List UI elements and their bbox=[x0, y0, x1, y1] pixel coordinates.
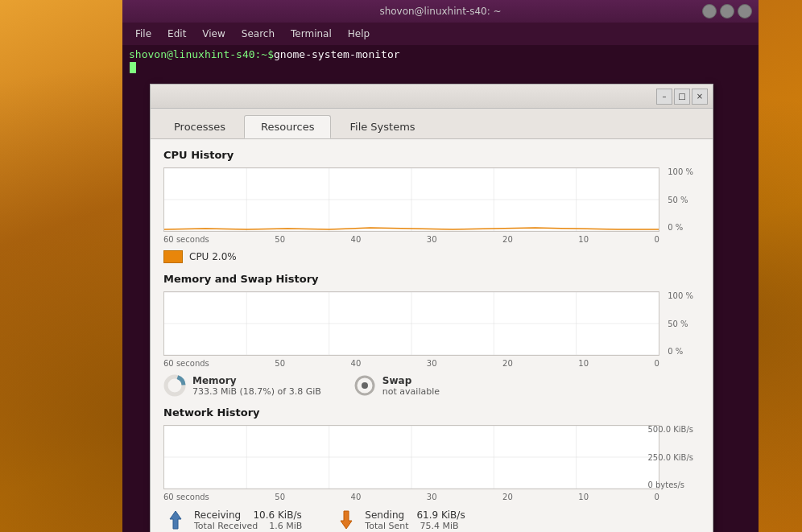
network-y-label-500: 500.0 KiB/s bbox=[647, 425, 693, 434]
svg-marker-29 bbox=[341, 511, 352, 529]
sysmon-minimize-btn[interactable]: – bbox=[656, 89, 672, 105]
terminal-title: shovon@linuxhint-s40: ~ bbox=[379, 6, 501, 17]
sysmon-window: – □ × Processes Resources File Systems C… bbox=[150, 84, 713, 532]
menu-search[interactable]: Search bbox=[235, 27, 281, 41]
network-chart-svg bbox=[164, 426, 659, 489]
memory-x-label-5: 10 bbox=[578, 359, 589, 368]
network-section: Network History 500.0 KiB/s bbox=[163, 406, 700, 532]
swap-legend-item: Swap not available bbox=[353, 374, 440, 397]
terminal-cursor-line bbox=[129, 60, 752, 73]
memory-chart-wrapper: 100 % 50 % 0 % bbox=[163, 291, 659, 356]
cpu-chart-wrapper: 100 % 50 % 0 % bbox=[163, 167, 659, 232]
network-section-title: Network History bbox=[163, 406, 700, 419]
memory-legend-icon bbox=[163, 374, 186, 397]
cpu-chart-svg bbox=[164, 168, 659, 231]
memory-legend-item: Memory 733.3 MiB (18.7%) of 3.8 GiB bbox=[163, 374, 321, 397]
cpu-x-labels: 60 seconds 50 40 30 20 10 0 bbox=[163, 235, 659, 244]
cpu-x-label-3: 30 bbox=[427, 235, 437, 244]
network-x-label-5: 10 bbox=[578, 493, 589, 501]
total-received-label: Total Received bbox=[194, 521, 258, 531]
memory-text-block: Memory 733.3 MiB (18.7%) of 3.8 GiB bbox=[192, 375, 321, 397]
memory-x-label-0: 60 seconds bbox=[163, 359, 209, 368]
menu-help[interactable]: Help bbox=[341, 27, 376, 41]
memory-legend: Memory 733.3 MiB (18.7%) of 3.8 GiB Swap… bbox=[163, 374, 700, 397]
memory-x-label-4: 20 bbox=[502, 359, 513, 368]
cpu-legend-label: CPU 2.0% bbox=[189, 251, 237, 262]
cpu-chart bbox=[163, 167, 659, 232]
network-x-label-4: 20 bbox=[502, 493, 513, 501]
memory-chart-svg bbox=[164, 292, 659, 355]
memory-y-label-50: 50 % bbox=[668, 320, 693, 328]
cpu-section: CPU History bbox=[163, 149, 700, 263]
cpu-legend: CPU 2.0% bbox=[163, 250, 700, 263]
svg-marker-28 bbox=[170, 511, 181, 529]
memory-x-label-6: 0 bbox=[655, 359, 659, 368]
memory-y-labels: 100 % 50 % 0 % bbox=[668, 291, 693, 356]
svg-point-19 bbox=[362, 382, 368, 389]
cpu-y-labels: 100 % 50 % 0 % bbox=[668, 167, 693, 232]
cpu-x-label-1: 50 bbox=[275, 235, 285, 244]
memory-x-label-3: 30 bbox=[427, 359, 437, 368]
memory-y-label-100: 100 % bbox=[668, 291, 693, 300]
cpu-x-label-5: 10 bbox=[578, 235, 589, 244]
network-x-label-2: 40 bbox=[351, 493, 362, 501]
terminal-minimize-btn[interactable] bbox=[702, 4, 717, 19]
receiving-legend-item: Receiving 10.6 KiB/s Total Received 1.6 … bbox=[163, 508, 302, 532]
cpu-x-label-2: 40 bbox=[351, 235, 362, 244]
network-chart bbox=[163, 425, 659, 489]
menu-terminal[interactable]: Terminal bbox=[284, 27, 338, 41]
total-sent-value: 75.4 MiB bbox=[420, 521, 459, 531]
cpu-y-label-50: 50 % bbox=[668, 196, 693, 204]
swap-legend-icon bbox=[353, 374, 376, 397]
cpu-y-label-0: 0 % bbox=[668, 223, 693, 232]
cpu-x-label-4: 20 bbox=[502, 235, 513, 244]
memory-x-labels: 60 seconds 50 40 30 20 10 0 bbox=[163, 359, 659, 368]
network-y-label-0: 0 bytes/s bbox=[647, 480, 693, 489]
menu-file[interactable]: File bbox=[129, 27, 158, 41]
receiving-arrow-icon bbox=[163, 508, 188, 532]
terminal-titlebar: shovon@linuxhint-s40: ~ bbox=[122, 0, 759, 23]
network-x-label-6: 0 bbox=[655, 493, 659, 501]
cpu-section-title: CPU History bbox=[163, 149, 700, 161]
sending-value: 61.9 KiB/s bbox=[416, 509, 465, 521]
sending-label: Sending bbox=[365, 509, 404, 521]
memory-section-title: Memory and Swap History bbox=[163, 273, 700, 285]
swap-text-block: Swap not available bbox=[382, 375, 440, 397]
receiving-label: Receiving bbox=[194, 509, 241, 521]
menu-edit[interactable]: Edit bbox=[161, 27, 192, 41]
memory-chart bbox=[163, 291, 659, 356]
sending-arrow-icon bbox=[334, 508, 358, 532]
terminal-maximize-btn[interactable] bbox=[720, 4, 734, 19]
memory-x-label-2: 40 bbox=[351, 359, 362, 368]
sysmon-close-btn[interactable]: × bbox=[692, 89, 708, 105]
tab-processes[interactable]: Processes bbox=[157, 115, 242, 138]
tab-filesystems[interactable]: File Systems bbox=[333, 115, 432, 138]
terminal-cursor bbox=[130, 62, 136, 73]
swap-label: Swap bbox=[382, 375, 440, 386]
total-sent-label: Total Sent bbox=[365, 521, 408, 531]
terminal-menubar: File Edit View Search Terminal Help bbox=[122, 23, 759, 45]
cpu-x-label-6: 0 bbox=[655, 235, 659, 244]
terminal-window-buttons bbox=[702, 4, 752, 19]
cpu-y-label-100: 100 % bbox=[668, 167, 693, 176]
network-x-label-0: 60 seconds bbox=[163, 493, 209, 501]
tab-resources[interactable]: Resources bbox=[244, 115, 331, 138]
terminal-prompt: shovon@linuxhint-s40:~$ gnome-system-mon… bbox=[129, 48, 752, 60]
sysmon-titlebar: – □ × bbox=[151, 85, 713, 109]
cpu-x-label-0: 60 seconds bbox=[163, 235, 209, 244]
terminal-close-btn[interactable] bbox=[738, 4, 752, 19]
memory-value: 733.3 MiB (18.7%) of 3.8 GiB bbox=[192, 386, 321, 397]
cpu-legend-icon bbox=[163, 250, 183, 263]
sending-legend-item: Sending 61.9 KiB/s Total Sent 75.4 MiB bbox=[334, 508, 465, 532]
memory-section: Memory and Swap History 100 % bbox=[163, 273, 700, 397]
network-x-label-1: 50 bbox=[275, 493, 285, 501]
sysmon-tab-bar: Processes Resources File Systems bbox=[151, 109, 713, 139]
sysmon-main-content: CPU History bbox=[151, 139, 713, 532]
menu-view[interactable]: View bbox=[196, 27, 231, 41]
terminal-command: gnome-system-monitor bbox=[274, 48, 400, 60]
total-received-value: 1.6 MiB bbox=[269, 521, 302, 531]
sysmon-maximize-btn[interactable]: □ bbox=[674, 89, 690, 105]
sending-text-block: Sending 61.9 KiB/s Total Sent 75.4 MiB bbox=[365, 509, 465, 531]
network-chart-wrapper: 500.0 KiB/s 250.0 KiB/s 0 bytes/s bbox=[163, 425, 659, 489]
swap-value: not available bbox=[382, 386, 440, 397]
